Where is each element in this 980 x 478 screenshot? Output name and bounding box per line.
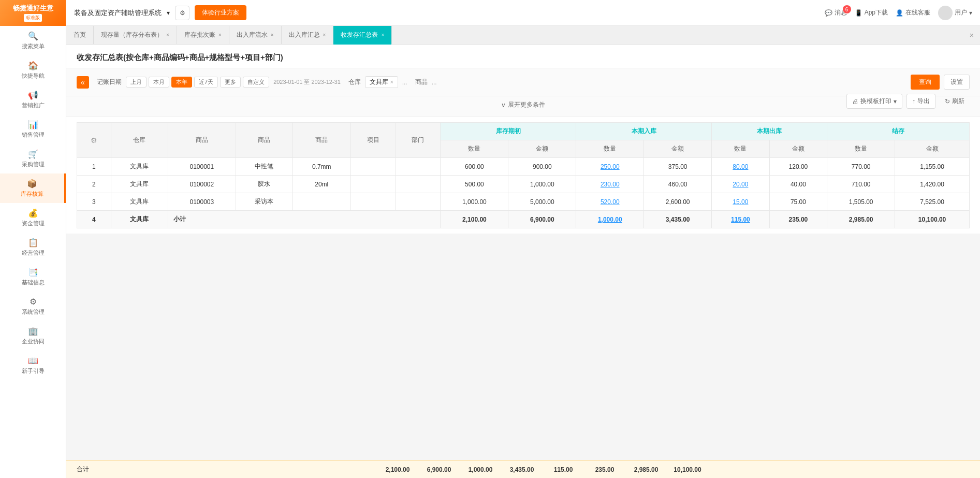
cell-in-qty-2[interactable]: 520.00 (576, 193, 644, 211)
col-out-amt-header: 金额 (769, 140, 827, 158)
user-action[interactable]: 用户 ▾ (938, 6, 972, 20)
main-content: 收发存汇总表(按仓库+商品编码+商品+规格型号+项目+部门) 🖨 换模板打印 ▾… (66, 45, 980, 234)
date-filter-group: 记账日期 上月本月本年近7天更多自定义 2023-01-01 至 2023-12… (97, 77, 341, 88)
cell-name-1: 胶水 (236, 176, 292, 193)
col-bal-qty-header: 数量 (827, 140, 895, 158)
goods-more[interactable]: ... (432, 79, 437, 86)
tab-close-5[interactable]: × (381, 32, 384, 38)
table-container: ⚙ 仓库 商品 商品 商品 项目 部门 库存期初 本期入库 本期出库 结存 数量… (66, 117, 980, 234)
col-goods-spec-header: 商品 (293, 123, 351, 158)
warehouse-more[interactable]: ... (402, 79, 407, 86)
cell-in-amt-1: 460.00 (644, 176, 712, 193)
warehouse-tag: 文具库 × (365, 76, 398, 88)
sidebar-item-finance[interactable]: 💰 资金管理 (0, 203, 66, 233)
expand-conditions-button[interactable]: ∨ 展开更多条件 (497, 98, 549, 111)
date-btn-更多[interactable]: 更多 (220, 77, 241, 88)
query-button[interactable]: 查询 (911, 75, 940, 90)
cell-no-2: 3 (77, 193, 111, 211)
finance-icon: 💰 (28, 208, 38, 218)
sidebar-item-purchase[interactable]: 🛒 采购管理 (0, 144, 66, 173)
tab-close-3[interactable]: × (271, 32, 274, 38)
logo-text: 畅捷通好生意 (13, 4, 53, 13)
topbar: 装备及固定资产辅助管理系统 ▾ ⚙ 体验行业方案 💬 消息 6 📱 App下载 … (66, 0, 980, 26)
sidebar-item-label-inventory: 库存核算 (21, 190, 43, 198)
sidebar-item-operation[interactable]: 📋 经营管理 (0, 233, 66, 262)
tab-close-1[interactable]: × (166, 32, 169, 38)
sidebar-item-label-search: 搜索菜单 (22, 42, 45, 50)
sidebar-item-inventory[interactable]: 📦 库存核算 (0, 173, 66, 203)
tab-3[interactable]: 出入库流水× (229, 26, 282, 45)
date-btn-上月[interactable]: 上月 (126, 77, 147, 88)
tab-2[interactable]: 库存批次账× (177, 26, 229, 45)
date-btn-本月[interactable]: 本月 (149, 77, 169, 88)
inventory-icon: 📦 (27, 179, 37, 189)
tab-5[interactable]: 收发存汇总表× (333, 26, 392, 45)
sidebar-item-guide[interactable]: 📖 新手引导 (0, 351, 66, 380)
online-service-action[interactable]: 👤 在线客服 (896, 8, 930, 17)
col-out-header: 本期出库 (712, 123, 827, 140)
online-service-label: 在线客服 (905, 8, 930, 17)
close-all-tabs[interactable]: × (963, 31, 980, 39)
cell-no-1: 2 (77, 176, 111, 193)
search-icon: 🔍 (28, 31, 38, 41)
app-download-action[interactable]: 📱 App下载 (855, 8, 888, 17)
logo: 畅捷通好生意 标准版 (0, 0, 66, 26)
tab-0[interactable]: 首页 (66, 26, 94, 45)
sidebar-item-marketing[interactable]: 📢 营销推广 (0, 85, 66, 114)
print-button[interactable]: 🖨 换模板打印 ▾ (846, 94, 902, 109)
sidebar-item-search[interactable]: 🔍 搜索菜单 (0, 26, 66, 55)
message-icon: 💬 (825, 9, 832, 17)
cell-out-qty-0[interactable]: 80.00 (712, 158, 770, 176)
cell-in-qty-1[interactable]: 230.00 (576, 176, 644, 193)
footer-open-qty: 2,100.00 (377, 466, 418, 473)
cell-bal-qty-0: 770.00 (827, 158, 895, 176)
logo-badge: 标准版 (24, 14, 42, 22)
sidebar-item-enterprise[interactable]: 🏢 企业协同 (0, 321, 66, 351)
gear-icon: ⚙ (180, 9, 185, 17)
refresh-icon: ↻ (945, 98, 950, 105)
tab-label-2: 库存批次账 (184, 31, 215, 39)
date-btn-自定义[interactable]: 自定义 (243, 77, 269, 88)
tab-close-2[interactable]: × (218, 32, 222, 38)
subtotal-bal-amt: 10,100.00 (895, 211, 970, 228)
date-btn-本年[interactable]: 本年 (171, 77, 192, 88)
tab-close-4[interactable]: × (323, 32, 326, 38)
cell-out-qty-1[interactable]: 20.00 (712, 176, 770, 193)
tab-1[interactable]: 现存量（库存分布表）× (94, 26, 177, 45)
tab-label-0: 首页 (74, 31, 86, 39)
message-action[interactable]: 💬 消息 6 (825, 8, 847, 17)
cell-open-amt-2: 5,000.00 (508, 193, 576, 211)
topbar-left: 装备及固定资产辅助管理系统 ▾ ⚙ 体验行业方案 (74, 5, 246, 20)
system-dropdown[interactable]: ▾ (167, 9, 170, 17)
export-button[interactable]: ↑ 导出 (906, 94, 935, 109)
col-settings-header[interactable]: ⚙ (77, 123, 111, 158)
table-settings-icon[interactable]: ⚙ (91, 136, 97, 144)
sidebar-item-system[interactable]: ⚙ 系统管理 (0, 292, 66, 321)
sidebar-item-basic[interactable]: 📑 基础信息 (0, 262, 66, 292)
filter-toggle-button[interactable]: « (77, 76, 89, 89)
app-download-label: App下载 (865, 8, 888, 17)
col-project-header: 项目 (350, 123, 396, 158)
subtotal-in-qty[interactable]: 1,000.00 (576, 211, 644, 228)
footer-total-bar: 合计 2,100.00 6,900.00 1,000.00 3,435.00 1… (66, 460, 980, 478)
tab-4[interactable]: 出入库汇总× (282, 26, 334, 45)
cell-spec-0: 0.7mm (293, 158, 351, 176)
subtotal-out-qty[interactable]: 115.00 (712, 211, 770, 228)
cell-in-qty-0[interactable]: 250.00 (576, 158, 644, 176)
cell-spec-2 (293, 193, 351, 211)
warehouse-tag-close[interactable]: × (390, 79, 393, 85)
refresh-button[interactable]: ↻ 刷新 (940, 94, 970, 108)
user-dropdown-icon: ▾ (969, 9, 972, 17)
cell-out-qty-2[interactable]: 15.00 (712, 193, 770, 211)
date-btn-近7天[interactable]: 近7天 (194, 77, 218, 88)
subtotal-open-amt: 6,900.00 (508, 211, 576, 228)
subtotal-bal-qty: 2,985.00 (827, 211, 895, 228)
sidebar-item-label-enterprise: 企业协同 (22, 338, 45, 345)
sidebar-item-sales[interactable]: 📊 销售管理 (0, 114, 66, 144)
cell-warehouse-2: 文具库 (111, 193, 168, 211)
sidebar-item-label-finance: 资金管理 (22, 220, 45, 227)
sidebar-item-quick-nav[interactable]: 🏠 快捷导航 (0, 55, 66, 85)
settings-button[interactable]: ⚙ (175, 6, 189, 20)
experience-button[interactable]: 体验行业方案 (195, 5, 246, 20)
filter-settings-button[interactable]: 设置 (944, 75, 970, 90)
